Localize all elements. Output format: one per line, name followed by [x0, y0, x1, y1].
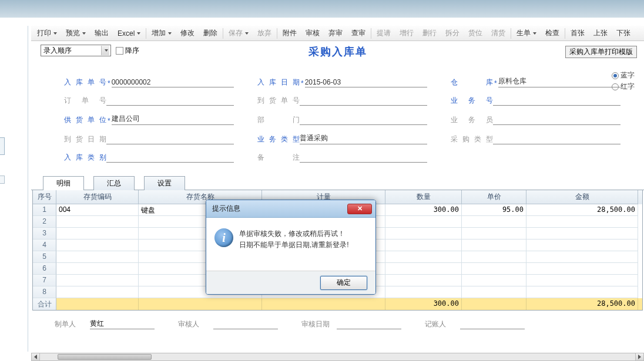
cell-qty[interactable] [385, 216, 462, 228]
label-supplier: 供货单位 [64, 115, 106, 125]
cell-qty[interactable] [385, 263, 462, 275]
toolbar-审核[interactable]: 审核 [302, 27, 323, 39]
label-doc-no: 入库单号 [64, 77, 106, 87]
cell-amount[interactable] [526, 263, 638, 275]
toolbar-清货: 清货 [488, 27, 509, 39]
toolbar-增加[interactable]: 增加 [148, 27, 175, 39]
toolbar-弃审[interactable]: 弃审 [325, 27, 346, 39]
dropdown-caret-icon [137, 32, 140, 35]
cell-qty[interactable] [385, 239, 462, 251]
cell-amount[interactable] [526, 286, 638, 298]
field-arrive-no[interactable] [300, 96, 427, 106]
cell-qty[interactable] [385, 275, 462, 286]
cell-amount[interactable] [526, 239, 638, 251]
toolbar-拆分: 拆分 [442, 27, 463, 39]
left-slider-1[interactable] [0, 137, 5, 155]
cell-price[interactable] [462, 216, 526, 228]
scroll-left-arrow[interactable] [32, 353, 40, 360]
cell-qty[interactable]: 300.00 [385, 204, 462, 216]
cell-code[interactable]: 004 [56, 204, 139, 216]
cell-code[interactable] [56, 216, 139, 228]
cell-price[interactable] [462, 239, 526, 251]
cell-qty[interactable] [385, 228, 462, 239]
combo-dropdown-icon[interactable] [101, 46, 109, 55]
left-slider-2[interactable] [0, 176, 5, 184]
sort-order-combo[interactable]: 录入顺序 [41, 45, 111, 56]
toolbar-Excel[interactable]: Excel [114, 28, 144, 39]
toolbar-放弃: 放弃 [254, 27, 275, 39]
field-doc-no[interactable]: 0000000002 [112, 78, 234, 87]
radio-blue[interactable]: 蓝字 [612, 70, 635, 80]
scroll-right-arrow[interactable] [635, 353, 643, 360]
horizontal-scrollbar[interactable] [31, 353, 644, 361]
toolbar-输出[interactable]: 输出 [91, 27, 112, 39]
field-salesman[interactable] [493, 116, 620, 125]
toolbar-下张[interactable]: 下张 [613, 27, 634, 39]
cell-price[interactable] [462, 251, 526, 263]
toolbar-预览[interactable]: 预览 [62, 27, 89, 39]
toolbar-上张[interactable]: 上张 [590, 27, 611, 39]
tab-settings[interactable]: 设置 [144, 176, 185, 190]
label-auditor: 审核人 [178, 319, 213, 329]
field-pur-type[interactable] [493, 135, 620, 144]
window-titlebar-area [0, 0, 644, 18]
cell-amount[interactable] [526, 251, 638, 263]
cell-amount[interactable] [526, 228, 638, 239]
cell-price[interactable]: 95.00 [462, 204, 526, 216]
col-amount[interactable]: 金额 [526, 190, 638, 204]
toolbar-首张[interactable]: 首张 [567, 27, 588, 39]
field-supplier[interactable]: 建昌公司 [112, 114, 234, 125]
cell-code[interactable] [56, 228, 139, 239]
col-qty[interactable]: 数量 [385, 190, 462, 204]
toolbar-修改[interactable]: 修改 [177, 27, 198, 39]
label-biz-no: 业 务 号 [451, 96, 493, 106]
print-template-button[interactable]: 采购入库单打印模版 [565, 46, 637, 58]
dialog-line2: 日期不能早于单据日期,请重新登录! [239, 239, 349, 251]
toolbar-生单[interactable]: 生单 [513, 27, 540, 39]
toolbar-打印[interactable]: 打印 [33, 27, 61, 39]
field-biz-no[interactable] [493, 96, 620, 106]
cell-amount[interactable] [526, 216, 638, 228]
dialog-ok-button[interactable]: 确定 [320, 276, 367, 290]
dialog-close-button[interactable]: ✕ [347, 204, 372, 214]
field-arrive-date[interactable] [106, 135, 234, 144]
field-auditor [213, 320, 278, 329]
col-price[interactable]: 单价 [462, 190, 526, 204]
tab-summary[interactable]: 汇总 [93, 176, 135, 190]
toolbar-删除[interactable]: 删除 [200, 27, 221, 39]
cell-qty[interactable] [385, 286, 462, 298]
col-seq[interactable]: 序号 [33, 190, 56, 204]
cell-amount[interactable]: 28,500.00 [526, 204, 638, 216]
field-in-cat[interactable] [106, 153, 234, 163]
cell-code[interactable] [56, 275, 139, 286]
cell-price[interactable] [462, 275, 526, 286]
cell-amount[interactable] [526, 275, 638, 286]
cell-price[interactable] [462, 228, 526, 239]
field-warehouse[interactable]: 原料仓库 [498, 76, 620, 87]
col-code[interactable]: 存货编码 [56, 190, 139, 204]
descending-checkbox[interactable]: 降序 [116, 46, 139, 56]
field-biz-type[interactable]: 普通采购 [300, 133, 427, 144]
dialog-body: i 单据审核失败，修改或稍后再试！ 日期不能早于单据日期,请重新登录! [206, 218, 375, 271]
left-panel-stub [0, 26, 28, 352]
scroll-track[interactable] [40, 353, 635, 360]
label-maker: 制单人 [55, 319, 90, 329]
field-dept[interactable] [300, 116, 427, 125]
cell-code[interactable] [56, 286, 139, 298]
radio-red[interactable]: 红字 [612, 82, 635, 92]
cell-code[interactable] [56, 251, 139, 263]
scroll-thumb[interactable] [58, 354, 152, 360]
field-in-date[interactable]: 2015-06-03 [305, 78, 427, 87]
toolbar-查审[interactable]: 查审 [348, 27, 369, 39]
cell-price[interactable] [462, 286, 526, 298]
toolbar-检查[interactable]: 检查 [542, 27, 563, 39]
cell-code[interactable] [56, 263, 139, 275]
cell-code[interactable] [56, 239, 139, 251]
dialog-titlebar[interactable]: 提示信息 ✕ [206, 200, 375, 218]
tab-detail[interactable]: 明细 [43, 176, 84, 190]
cell-price[interactable] [462, 263, 526, 275]
cell-qty[interactable] [385, 251, 462, 263]
field-order-no[interactable] [106, 96, 234, 106]
toolbar-附件[interactable]: 附件 [279, 27, 300, 39]
field-remark[interactable] [300, 153, 427, 163]
